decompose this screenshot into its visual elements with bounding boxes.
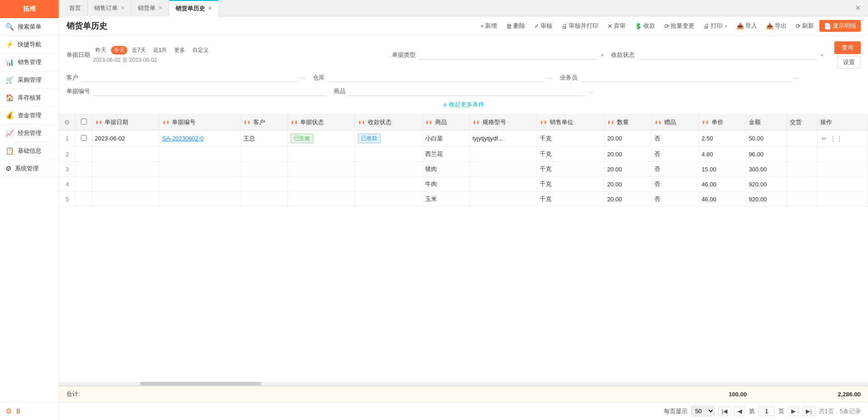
cell-doc-no[interactable]: SA-20230602-0 <box>159 130 240 147</box>
tab-sales-order[interactable]: 销售订单 ✕ <box>88 0 131 16</box>
close-sales-history-icon[interactable]: ✕ <box>208 5 212 11</box>
sidebar-item-base-info[interactable]: 📋 基础信息 <box>0 142 59 160</box>
search-menu-icon: 🔍 <box>5 23 14 31</box>
date-tag-7days[interactable]: 近7天 <box>129 46 149 55</box>
column-spec[interactable]: ⬆⬇ 规格型号 <box>469 115 537 130</box>
sidebar-item-purchase-mgmt[interactable]: 🛒 采购管理 <box>0 71 59 89</box>
audit-button[interactable]: ✓ 审核 <box>531 20 556 32</box>
sidebar-item-finance-mgmt[interactable]: 💰 资金管理 <box>0 107 59 125</box>
warehouse-input[interactable] <box>327 73 543 82</box>
column-qty[interactable]: ⬆⬇ 数量 <box>604 115 652 130</box>
column-pay-status[interactable]: ⬆⬇ 收款状态 <box>355 115 422 130</box>
customer-dots[interactable]: ··· <box>301 75 306 81</box>
column-goods[interactable]: ⬆⬇ 商品 <box>422 115 470 130</box>
tab-sales-goods[interactable]: 销货单 ✕ <box>131 0 169 16</box>
query-button[interactable]: 查询 <box>834 41 861 54</box>
cell-spec <box>469 162 537 177</box>
column-date[interactable]: ⬆⬇ 单据日期 <box>92 115 159 130</box>
sidebar-item-search-menu[interactable]: 🔍 搜索菜单 <box>0 18 59 36</box>
page-last-button[interactable]: ▶| <box>803 406 815 416</box>
import-button[interactable]: 📥 导入 <box>733 20 761 32</box>
cell-doc-no[interactable] <box>159 162 240 177</box>
cell-checkbox[interactable] <box>75 130 92 147</box>
collapse-arrow-icon: ∧ <box>443 101 447 108</box>
show-detail-button[interactable]: 📄 显示明细 <box>819 20 861 32</box>
doc-type-input[interactable] <box>418 50 598 60</box>
tab-bar: 首页 销售订单 ✕ 销货单 ✕ 销货单历史 ✕ ✕ <box>59 0 868 16</box>
doc-type-label: 单据类型 <box>392 51 416 59</box>
refresh-button[interactable]: ⟳ 刷新 <box>792 20 818 32</box>
collapse-button[interactable]: ∧ 收起更多条件 <box>443 100 484 109</box>
page-first-button[interactable]: |◀ <box>718 406 731 416</box>
settings-button[interactable]: 设置 <box>837 56 861 69</box>
table-horizontal-scrollbar[interactable] <box>59 382 868 385</box>
staff-dots[interactable]: ··· <box>794 75 799 81</box>
tab-home[interactable]: 首页 <box>63 0 88 16</box>
tab-bar-close-all[interactable]: ✕ <box>851 4 864 12</box>
new-button[interactable]: + 新增 <box>477 20 501 32</box>
date-tag-custom[interactable]: 自定义 <box>190 46 211 55</box>
payment-status-input[interactable] <box>637 50 817 60</box>
doc-no-link[interactable]: SA-20230602-0 <box>162 135 204 142</box>
sidebar-item-sys-mgmt[interactable]: ⚙ 系统管理 <box>0 160 59 178</box>
cell-checkbox[interactable] <box>75 147 92 162</box>
close-sales-order-icon[interactable]: ✕ <box>120 5 125 11</box>
delete-button[interactable]: 🗑 删除 <box>502 20 529 32</box>
sidebar-item-inventory-calc[interactable]: 🏠 库存核算 <box>0 89 59 107</box>
collect-button[interactable]: 💲 收款 <box>631 20 659 32</box>
date-tags: 昨天 今天 近7天 近1月 更多 自定义 <box>93 46 211 55</box>
edit-action-icon[interactable]: ✏ <box>822 135 827 142</box>
column-price[interactable]: ⬆⬇ 单价 <box>698 115 746 130</box>
column-gear[interactable]: ⚙ <box>59 115 75 130</box>
filter-customer: 客户 ··· <box>66 73 306 82</box>
pause-bottom-icon[interactable]: ⏸ <box>15 407 22 415</box>
sidebar-item-label: 库存核算 <box>18 94 41 102</box>
sidebar-item-sales-mgmt[interactable]: 📊 销售管理 <box>0 54 59 71</box>
status-badge-collected: 已收款 <box>358 134 381 143</box>
cell-doc-no[interactable] <box>159 192 240 207</box>
cell-checkbox[interactable] <box>75 177 92 192</box>
doc-no-input[interactable] <box>93 87 326 96</box>
more-action-icon[interactable]: ⋮⋮ <box>830 135 843 142</box>
batch-change-button[interactable]: ⟳ 批量变更 <box>661 20 698 32</box>
column-gift[interactable]: ⬆⬇ 赠品 <box>652 115 699 130</box>
row-checkbox[interactable] <box>81 135 87 141</box>
staff-input[interactable] <box>580 73 790 82</box>
date-tag-more[interactable]: 更多 <box>171 46 188 55</box>
date-tag-yesterday[interactable]: 昨天 <box>93 46 109 55</box>
sidebar-item-quick-nav[interactable]: ⚡ 快捷导航 <box>0 36 59 54</box>
print-button[interactable]: 🖨 打印 ▾ <box>700 20 731 32</box>
page-prev-button[interactable]: ◀ <box>734 406 745 416</box>
tab-sales-history[interactable]: 销货单历史 ✕ <box>169 0 219 16</box>
warehouse-dots[interactable]: ··· <box>547 75 552 81</box>
scrollbar-thumb[interactable] <box>140 382 261 385</box>
customer-input[interactable] <box>81 73 297 82</box>
date-tag-today[interactable]: 今天 <box>111 46 127 55</box>
cell-doc-no[interactable] <box>159 177 240 192</box>
audit-print-button[interactable]: 🖨 审核并打印 <box>558 20 602 32</box>
cell-date <box>92 192 159 207</box>
table-gear-icon[interactable]: ⚙ <box>64 119 70 126</box>
goods-dots[interactable]: ··· <box>589 88 594 95</box>
cell-doc-no[interactable] <box>159 147 240 162</box>
cell-goods: 玉米 <box>422 192 470 207</box>
column-doc-status[interactable]: ⬆⬇ 单据状态 <box>287 115 355 130</box>
page-next-button[interactable]: ▶ <box>788 406 799 416</box>
column-doc-no[interactable]: ⬆⬇ 单据编号 <box>159 115 240 130</box>
goods-input[interactable] <box>348 87 585 96</box>
date-tag-1month[interactable]: 近1月 <box>151 46 170 55</box>
column-unit[interactable]: ⬆⬇ 销售单位 <box>537 115 604 130</box>
select-all-checkbox[interactable] <box>81 119 87 125</box>
settings-bottom-icon[interactable]: ⚙ <box>5 407 12 415</box>
close-sales-goods-icon[interactable]: ✕ <box>158 5 162 11</box>
page-input[interactable] <box>758 406 775 416</box>
column-customer[interactable]: ⬆⬇ 客户 <box>240 115 287 130</box>
export-button[interactable]: 📤 导出 <box>763 20 790 32</box>
discard-button[interactable]: ✕ 弃审 <box>604 20 629 32</box>
cell-checkbox[interactable] <box>75 162 92 177</box>
sidebar-item-label: 资金管理 <box>18 111 41 120</box>
collect-icon: 💲 <box>635 23 642 30</box>
sidebar-item-ops-mgmt[interactable]: 📈 经营管理 <box>0 125 59 142</box>
cell-checkbox[interactable] <box>75 192 92 207</box>
per-page-select[interactable]: 50 100 200 <box>691 406 715 416</box>
